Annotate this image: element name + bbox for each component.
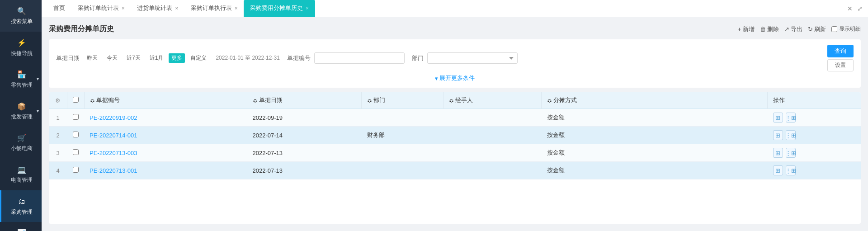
- export-icon: ↗: [784, 26, 789, 33]
- tab-purchase-order-exec[interactable]: 采购订单执行表×: [184, 0, 244, 17]
- col-operation: 操作: [768, 92, 861, 109]
- order-no-input[interactable]: [314, 52, 405, 64]
- tab-close-purchase-cost-history[interactable]: ×: [306, 5, 308, 11]
- row-date-3: 2022-07-13: [247, 162, 362, 179]
- wholesale-icon: 📦: [5, 102, 38, 112]
- expand-icon: ▾: [435, 75, 438, 82]
- row-view-btn-0[interactable]: ⊞: [773, 113, 783, 123]
- row-alloc-method-2: 按金额: [542, 144, 768, 162]
- tab-label-inbound-stat: 进货单统计表: [137, 4, 172, 12]
- table-body: 1 PE-20220919-002 2022-09-19 按金额 ⊞ ⋮⊞ 2: [49, 109, 861, 179]
- row-view-btn-2[interactable]: ⊞: [773, 148, 783, 158]
- row-order-link-1[interactable]: PE-20220714-001: [90, 132, 137, 139]
- tab-purchase-order-stat[interactable]: 采购订单统计表×: [71, 0, 131, 17]
- sidebar-item-ecommerce[interactable]: 💻电商管理: [0, 159, 42, 190]
- date-options: 昨天 今天 近7天 近1月 更多 自定义: [83, 53, 210, 63]
- sidebar-item-purchase[interactable]: 🗂采购管理: [0, 190, 42, 222]
- row-dept-0: [362, 109, 443, 127]
- row-order-no-3: PE-20220713-001: [84, 162, 247, 179]
- tab-purchase-cost-history[interactable]: 采购费用分摊单历史×: [244, 0, 315, 17]
- sidebar: 🔍搜索菜单⚡快捷导航🏪零售管理📦批发管理🛒小畅电商💻电商管理🗂采购管理📊库存核算…: [0, 0, 42, 231]
- refresh-button[interactable]: ↻ 刷新: [808, 25, 826, 33]
- row-checkbox-cell-0: [67, 109, 84, 127]
- table-header-row: ⚙ ≎单据编号 ≎单据日期 ≎部门: [49, 92, 861, 109]
- row-alloc-method-3: 按金额: [542, 162, 768, 179]
- row-checkbox-3[interactable]: [73, 167, 79, 173]
- row-num-0: 1: [49, 109, 67, 127]
- row-checkbox-2[interactable]: [73, 149, 79, 155]
- expand-more-btn[interactable]: ▾ 展开更多条件: [56, 74, 854, 82]
- sidebar-item-quick-nav[interactable]: ⚡快捷导航: [0, 32, 42, 63]
- row-more-btn-1[interactable]: ⋮⊞: [786, 130, 796, 140]
- row-ops-3: ⊞ ⋮⊞: [768, 162, 861, 179]
- show-slim-checkbox[interactable]: [831, 26, 837, 32]
- date-1month[interactable]: 近1月: [146, 53, 167, 63]
- col-checkbox: [67, 92, 84, 109]
- sidebar-item-wholesale[interactable]: 📦批发管理: [0, 95, 42, 127]
- dept-select[interactable]: 财务部: [427, 52, 518, 64]
- main-area: 首页采购订单统计表×进货单统计表×采购订单执行表×采购费用分摊单历史× ✕ ⤢ …: [42, 0, 868, 231]
- row-more-btn-3[interactable]: ⋮⊞: [786, 165, 796, 175]
- filter-area: 单据日期 昨天 今天 近7天 近1月 更多 自定义 2022-01-01 至 2…: [49, 39, 861, 88]
- row-more-btn-2[interactable]: ⋮⊞: [786, 148, 796, 158]
- tab-label-purchase-order-stat: 采购订单统计表: [78, 4, 119, 12]
- page-title: 采购费用分摊单历史: [49, 24, 114, 34]
- row-view-btn-1[interactable]: ⊞: [773, 130, 783, 140]
- ecommerce-icon: 💻: [5, 165, 38, 175]
- date-today[interactable]: 今天: [103, 53, 121, 63]
- tab-restore-icon[interactable]: ⤢: [857, 5, 863, 12]
- row-handler-2: [443, 144, 542, 162]
- sidebar-item-search[interactable]: 🔍搜索菜单: [0, 0, 42, 32]
- col-alloc-method[interactable]: ≎分摊方式: [542, 92, 768, 109]
- col-date[interactable]: ≎单据日期: [247, 92, 362, 109]
- export-button[interactable]: ↗ 导出: [784, 25, 802, 33]
- tab-close-inbound-stat[interactable]: ×: [175, 5, 178, 11]
- tab-close-purchase-order-exec[interactable]: ×: [235, 5, 237, 11]
- row-handler-3: [443, 162, 542, 179]
- row-dept-2: [362, 144, 443, 162]
- tab-close-all-icon[interactable]: ✕: [847, 5, 853, 12]
- order-no-label: 单据编号: [287, 54, 311, 62]
- sidebar-item-mini-shop[interactable]: 🛒小畅电商: [0, 127, 42, 159]
- col-handler[interactable]: ≎经手人: [443, 92, 542, 109]
- row-order-link-3[interactable]: PE-20220713-001: [90, 167, 137, 174]
- sidebar-item-retail[interactable]: 🏪零售管理: [0, 63, 42, 95]
- sidebar-item-inventory[interactable]: 📊库存核算: [0, 222, 42, 231]
- row-checkbox-1[interactable]: [73, 132, 79, 137]
- table-row: 1 PE-20220919-002 2022-09-19 按金额 ⊞ ⋮⊞: [49, 109, 861, 127]
- show-slim-toggle[interactable]: 显示明细: [831, 25, 861, 33]
- purchase-icon: 🗂: [5, 197, 38, 207]
- row-checkbox-cell-1: [67, 127, 84, 144]
- row-order-no-2: PE-20220713-003: [84, 144, 247, 162]
- select-all-checkbox[interactable]: [73, 97, 79, 103]
- col-dept[interactable]: ≎部门: [362, 92, 443, 109]
- date-more[interactable]: 更多: [169, 53, 185, 63]
- col-order-no[interactable]: ≎单据编号: [84, 92, 247, 109]
- row-handler-1: [443, 127, 542, 144]
- tab-bar-actions: ✕ ⤢: [847, 5, 863, 12]
- col-settings[interactable]: ⚙: [49, 92, 67, 109]
- table-container: ⚙ ≎单据编号 ≎单据日期 ≎部门: [49, 92, 861, 224]
- row-checkbox-0[interactable]: [73, 114, 79, 120]
- row-date-1: 2022-07-14: [247, 127, 362, 144]
- row-view-btn-3[interactable]: ⊞: [773, 165, 783, 175]
- tab-inbound-stat[interactable]: 进货单统计表×: [131, 0, 184, 17]
- row-ops-2: ⊞ ⋮⊞: [768, 144, 861, 162]
- order-no-filter-group: 单据编号: [287, 52, 405, 64]
- setting-button[interactable]: 设置: [827, 59, 854, 71]
- tab-home[interactable]: 首页: [47, 0, 71, 17]
- add-button[interactable]: + 新增: [738, 25, 755, 33]
- table-row: 4 PE-20220713-001 2022-07-13 按金额 ⊞ ⋮⊞: [49, 162, 861, 179]
- delete-button[interactable]: 🗑 删除: [760, 25, 779, 33]
- row-alloc-method-0: 按金额: [542, 109, 768, 127]
- date-yesterday[interactable]: 昨天: [83, 53, 101, 63]
- row-order-link-2[interactable]: PE-20220713-003: [90, 150, 137, 156]
- date-custom[interactable]: 自定义: [187, 53, 210, 63]
- tab-close-purchase-order-stat[interactable]: ×: [122, 5, 124, 11]
- data-table: ⚙ ≎单据编号 ≎单据日期 ≎部门: [49, 92, 861, 179]
- row-more-btn-0[interactable]: ⋮⊞: [786, 113, 796, 123]
- date-7days[interactable]: 近7天: [123, 53, 144, 63]
- row-order-link-0[interactable]: PE-20220919-002: [90, 114, 137, 121]
- query-button[interactable]: 查询: [827, 45, 854, 57]
- row-alloc-method-1: 按金额: [542, 127, 768, 144]
